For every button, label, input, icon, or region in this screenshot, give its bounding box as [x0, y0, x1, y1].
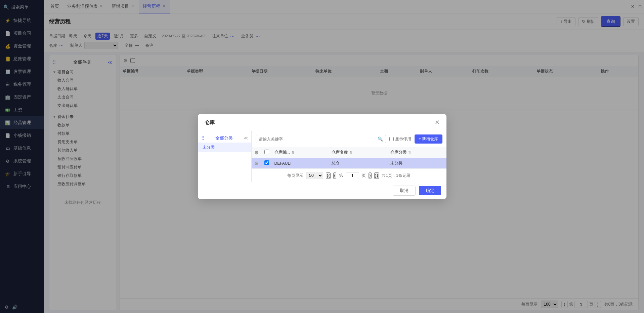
modal-prev-page-btn[interactable]: ⟨ [333, 172, 336, 179]
modal-th-gear: ⚙ [252, 147, 262, 158]
modal-cat-uncategorized-label: 未分类 [203, 145, 215, 150]
modal-overlay: 仓库 ✕ ⠿ 全部分类 ≪ 未分类 [0, 0, 644, 313]
modal-row-name: 总仓 [329, 158, 388, 169]
modal-total-label: 共1页，1条记录 [382, 173, 410, 179]
modal-warehouse-table: ⚙ 仓库编... ⇅ 仓库名称 [252, 147, 446, 169]
modal-select-all-checkbox[interactable] [264, 150, 269, 154]
modal-pagination: 每页显示 50 100 200 ⟨⟨ ⟨ 第 页 ⟩ ⟩⟩ 共1页，1条记录 [252, 169, 446, 182]
add-warehouse-button[interactable]: + 新增仓库 [415, 134, 442, 144]
cancel-label: 取消 [400, 188, 409, 193]
modal-search-box: 🔍 [256, 135, 386, 143]
modal-right: 🔍 显示停用 + 新增仓库 [252, 131, 446, 182]
cancel-button[interactable]: 取消 [393, 186, 416, 196]
modal-th-category: 仓库分类 ⇅ [388, 147, 446, 158]
modal-row-gear: ⚙ [252, 158, 262, 169]
all-categories-icon: ⠿ [201, 136, 205, 141]
confirm-button[interactable]: 确定 [419, 186, 441, 195]
modal-per-page-label: 每页显示 [287, 173, 303, 179]
modal-search-input[interactable] [259, 137, 377, 142]
row-gear-icon[interactable]: ⚙ [254, 161, 259, 166]
modal-table-header-row: ⚙ 仓库编... ⇅ 仓库名称 [252, 147, 446, 158]
modal-close-button[interactable]: ✕ [435, 119, 440, 126]
sort-code-icon[interactable]: ⇅ [292, 151, 294, 154]
modal-row-code: DEFAULT [272, 158, 329, 169]
collapse-icon[interactable]: ≪ [244, 136, 248, 141]
search-icon: 🔍 [378, 136, 383, 142]
modal-row-category: 未分类 [388, 158, 446, 169]
modal-cat-uncategorized[interactable]: 未分类 [198, 143, 251, 152]
modal-th-checkbox [262, 147, 272, 158]
modal-per-page-select[interactable]: 50 100 200 [306, 172, 323, 179]
modal-last-page-btn[interactable]: ⟩⟩ [374, 172, 379, 179]
modal-title: 仓库 [205, 119, 215, 126]
add-warehouse-label: + 新增仓库 [419, 136, 438, 141]
modal-next-page-btn[interactable]: ⟩ [369, 172, 372, 179]
modal-row-checkbox[interactable] [264, 160, 269, 165]
modal-toolbar: 🔍 显示停用 + 新增仓库 [252, 131, 446, 147]
warehouse-modal: 仓库 ✕ ⠿ 全部分类 ≪ 未分类 [198, 114, 446, 199]
show-disabled-checkbox[interactable] [389, 137, 394, 141]
modal-page-input[interactable] [346, 172, 359, 179]
modal-header: 仓库 ✕ [198, 114, 446, 131]
modal-th-code: 仓库编... ⇅ [272, 147, 329, 158]
modal-page-label: 第 [339, 173, 343, 179]
modal-row-checkbox [262, 158, 272, 169]
modal-footer: 取消 确定 [198, 182, 446, 199]
modal-page-suffix: 页 [362, 173, 366, 179]
show-disabled-label[interactable]: 显示停用 [389, 136, 411, 142]
confirm-label: 确定 [426, 188, 434, 193]
modal-gear-icon[interactable]: ⚙ [254, 150, 259, 155]
all-categories-label[interactable]: 全部分类 [215, 135, 233, 141]
modal-category-panel: ⠿ 全部分类 ≪ 未分类 [198, 131, 252, 182]
modal-table-row[interactable]: ⚙ DEFAULT 总仓 未分类 [252, 158, 446, 169]
modal-first-page-btn[interactable]: ⟨⟨ [326, 172, 331, 179]
sort-category-icon[interactable]: ⇅ [408, 151, 411, 154]
sort-name-icon[interactable]: ⇅ [349, 151, 352, 154]
modal-body: ⠿ 全部分类 ≪ 未分类 🔍 显示停用 [198, 131, 446, 182]
modal-table-wrapper: ⚙ 仓库编... ⇅ 仓库名称 [252, 147, 446, 169]
show-disabled-text: 显示停用 [395, 136, 411, 142]
modal-th-name: 仓库名称 ⇅ [329, 147, 388, 158]
modal-left-header: ⠿ 全部分类 ≪ [198, 134, 251, 143]
